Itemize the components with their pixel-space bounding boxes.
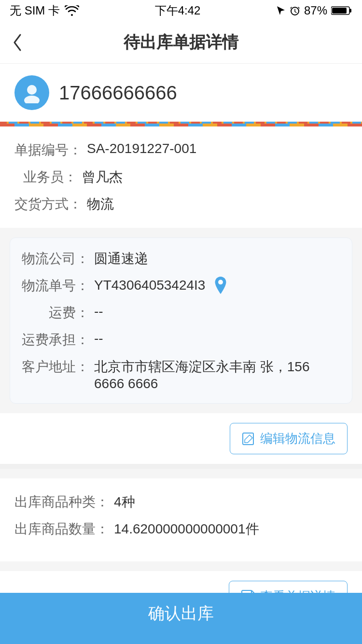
logistics-tracking-label: 物流单号： <box>22 277 94 295</box>
logistics-freight-label: 运费： <box>22 304 94 322</box>
goods-type-value: 4种 <box>114 493 135 511</box>
logistics-company-label: 物流公司： <box>22 250 94 268</box>
battery-text: 87% <box>304 4 327 17</box>
time-text: 下午4:42 <box>155 3 201 18</box>
logistics-freight-bearer-value: -- <box>94 331 340 346</box>
svg-point-5 <box>24 96 40 103</box>
logistics-company-row: 物流公司： 圆通速递 <box>22 250 340 268</box>
logistics-address-value: 北京市市辖区海淀区永丰南 张，156 6666 6666 <box>94 358 340 392</box>
logistics-address-row: 客户地址： 北京市市辖区海淀区永丰南 张，156 6666 6666 <box>22 358 340 392</box>
edit-logistics-button[interactable]: 编辑物流信息 <box>230 423 348 454</box>
section-gap-1 <box>0 469 362 478</box>
carrier-text: 无 SIM 卡 <box>10 3 60 18</box>
user-header: 17666666666 <box>0 64 362 124</box>
goods-type-label: 出库商品种类： <box>14 493 114 511</box>
battery-icon <box>331 5 352 16</box>
svg-rect-3 <box>332 8 347 14</box>
bottom-area: 确认出库 <box>0 593 362 644</box>
location-pin-icon[interactable] <box>212 277 229 294</box>
goods-quantity-value: 14.620000000000001件 <box>114 520 259 538</box>
salesman-row: 业务员： 曾凡杰 <box>14 168 348 186</box>
salesman-value: 曾凡杰 <box>82 168 348 186</box>
delivery-method-row: 交货方式： 物流 <box>14 195 348 213</box>
location-arrow-icon <box>276 5 286 16</box>
confirm-outbound-button[interactable]: 确认出库 <box>148 602 214 625</box>
edit-logistics-label: 编辑物流信息 <box>260 430 335 447</box>
goods-quantity-row: 出库商品数量： 14.620000000000001件 <box>14 520 348 538</box>
status-right: 87% <box>276 4 352 17</box>
document-number-value: SA-20191227-001 <box>87 141 348 156</box>
user-avatar <box>14 75 49 110</box>
status-bar: 无 SIM 卡 下午4:42 87% <box>0 0 362 21</box>
logistics-company-value: 圆通速递 <box>94 250 340 268</box>
goods-section: 出库商品种类： 4种 出库商品数量： 14.620000000000001件 <box>0 478 362 561</box>
logistics-tracking-row: 物流单号： YT43064053424I3 <box>22 277 340 295</box>
document-number-label: 单据编号： <box>14 141 87 159</box>
status-left: 无 SIM 卡 <box>10 3 79 18</box>
svg-point-6 <box>219 280 223 285</box>
user-phone: 17666666666 <box>59 82 177 104</box>
delivery-method-label: 交货方式： <box>14 195 87 213</box>
edit-icon <box>242 432 255 446</box>
document-number-row: 单据编号： SA-20191227-001 <box>14 141 348 159</box>
back-button[interactable] <box>12 33 23 52</box>
logistics-address-label: 客户地址： <box>22 358 94 376</box>
salesman-label: 业务员： <box>14 168 82 186</box>
logistics-freight-bearer-row: 运费承担： -- <box>22 331 340 349</box>
logistics-freight-row: 运费： -- <box>22 304 340 322</box>
goods-quantity-label: 出库商品数量： <box>14 520 114 538</box>
wifi-icon <box>65 5 79 16</box>
alarm-icon <box>290 5 300 16</box>
document-info-section: 单据编号： SA-20191227-001 业务员： 曾凡杰 交货方式： 物流 <box>0 126 362 228</box>
logistics-tracking-value: YT43064053424I3 <box>94 277 340 294</box>
delivery-method-value: 物流 <box>87 195 348 213</box>
logistics-card: 物流公司： 圆通速递 物流单号： YT43064053424I3 运费： -- … <box>10 238 352 404</box>
goods-type-row: 出库商品种类： 4种 <box>14 493 348 511</box>
logistics-freight-bearer-label: 运费承担： <box>22 331 94 349</box>
svg-point-4 <box>27 85 37 95</box>
logistics-freight-value: -- <box>94 304 340 319</box>
nav-bar: 待出库单据详情 <box>0 21 362 64</box>
svg-rect-2 <box>349 9 351 13</box>
edit-logistics-row: 编辑物流信息 <box>0 413 362 469</box>
page-title: 待出库单据详情 <box>124 31 238 54</box>
